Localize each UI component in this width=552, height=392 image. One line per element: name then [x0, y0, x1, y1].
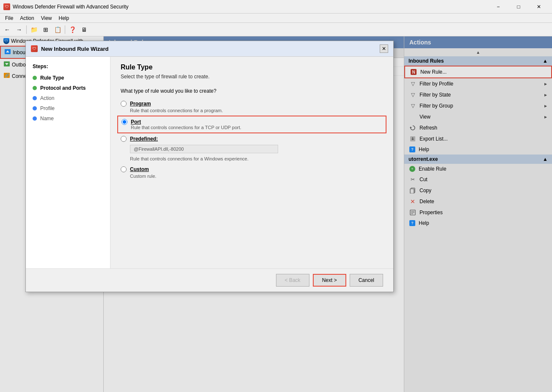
option-program-header: Program	[121, 101, 383, 107]
step-dot-1	[33, 76, 37, 80]
dialog-steps: Steps: Rule Type Protocol and Ports Acti…	[26, 57, 110, 268]
radio-predefined-label[interactable]: Predefined:	[130, 136, 158, 142]
menu-bar: File Action View Help	[0, 14, 552, 23]
option-custom: Custom Custom rule.	[121, 166, 383, 179]
toolbar-grid[interactable]: ⊞	[40, 24, 51, 35]
radio-group: Program Rule that controls connections f…	[121, 101, 383, 179]
dialog-title: New Inbound Rule Wizard	[41, 46, 376, 52]
step-rule-type-label: Rule Type	[40, 75, 64, 81]
option-predefined: Predefined: Rule that controls connectio…	[121, 136, 383, 161]
dialog-section-desc: Select the type of firewall rule to crea…	[121, 74, 383, 80]
radio-program-label[interactable]: Program	[130, 101, 151, 107]
radio-port-label[interactable]: Port	[131, 119, 141, 125]
predefined-input[interactable]	[130, 145, 278, 153]
menu-action[interactable]: Action	[17, 14, 37, 22]
step-dot-5	[33, 116, 37, 121]
close-button[interactable]: ✕	[529, 0, 549, 14]
toolbar-back[interactable]: ←	[2, 24, 13, 35]
menu-file[interactable]: File	[2, 14, 17, 22]
step-profile-label: Profile	[40, 105, 55, 111]
step-action-label: Action	[40, 95, 54, 101]
next-button[interactable]: Next >	[313, 274, 346, 287]
option-port: Port Rule that controls connections for …	[121, 118, 383, 131]
dialog-icon: 🛡	[31, 45, 38, 52]
step-dot-3	[33, 96, 37, 100]
window-title: Windows Defender Firewall with Advanced …	[13, 4, 489, 10]
menu-help[interactable]: Help	[55, 14, 73, 22]
dialog-title-bar: 🛡 New Inbound Rule Wizard ✕	[26, 41, 393, 57]
step-dot-4	[33, 106, 37, 110]
option-predefined-header: Predefined:	[121, 136, 383, 142]
dialog-new-rule: 🛡 New Inbound Rule Wizard ✕ Steps: Rule …	[25, 41, 394, 292]
toolbar-clipboard[interactable]: 📋	[52, 24, 63, 35]
steps-title: Steps:	[26, 62, 110, 73]
radio-custom-label[interactable]: Custom	[130, 166, 149, 172]
step-protocol-ports[interactable]: Protocol and Ports	[26, 83, 110, 93]
dialog-footer: < Back Next > Cancel	[26, 268, 393, 292]
toolbar-forward[interactable]: →	[14, 24, 25, 35]
step-action[interactable]: Action	[26, 93, 110, 103]
toolbar-help[interactable]: ❓	[67, 24, 78, 35]
step-profile[interactable]: Profile	[26, 103, 110, 113]
title-bar: 🛡 Windows Defender Firewall with Advance…	[0, 0, 552, 14]
dialog-close-button[interactable]: ✕	[380, 44, 388, 53]
app-icon: 🛡	[3, 3, 10, 10]
dialog-body: Steps: Rule Type Protocol and Ports Acti…	[26, 57, 393, 268]
dialog-question: What type of rule would you like to crea…	[121, 88, 383, 94]
radio-custom[interactable]	[121, 166, 127, 172]
option-port-header: Port	[121, 119, 382, 125]
radio-port[interactable]	[121, 119, 127, 125]
port-option-highlighted: Port Rule that controls connections for …	[117, 116, 386, 133]
option-custom-header: Custom	[121, 166, 383, 172]
radio-program-desc: Rule that controls connections for a pro…	[121, 108, 383, 113]
option-program: Program Rule that controls connections f…	[121, 101, 383, 113]
window-controls: − □ ✕	[489, 0, 549, 14]
dialog-section-title: Rule Type	[121, 63, 383, 71]
toolbar-monitor[interactable]: 🖥	[79, 24, 90, 35]
cancel-button[interactable]: Cancel	[350, 274, 383, 287]
step-protocol-ports-label: Protocol and Ports	[40, 85, 86, 91]
step-name[interactable]: Name	[26, 113, 110, 124]
radio-port-desc: Rule that controls connections for a TCP…	[121, 125, 382, 130]
toolbar-folder[interactable]: 📁	[28, 24, 39, 35]
restore-button[interactable]: □	[509, 0, 528, 14]
radio-custom-desc: Custom rule.	[121, 174, 383, 179]
step-rule-type[interactable]: Rule Type	[26, 73, 110, 83]
menu-view[interactable]: View	[38, 14, 55, 22]
toolbar: ← → 📁 ⊞ 📋 ❓ 🖥	[0, 23, 552, 36]
minimize-button[interactable]: −	[489, 0, 508, 14]
back-button[interactable]: < Back	[276, 274, 309, 287]
radio-program[interactable]	[121, 101, 127, 107]
step-dot-2	[33, 86, 37, 90]
toolbar-sep-1	[26, 25, 27, 34]
dialog-overlay: 🛡 New Inbound Rule Wizard ✕ Steps: Rule …	[0, 36, 552, 392]
radio-predefined[interactable]	[121, 136, 127, 142]
dialog-content: Rule Type Select the type of firewall ru…	[110, 57, 393, 268]
toolbar-sep-2	[65, 25, 65, 34]
step-name-label: Name	[40, 116, 54, 121]
radio-predefined-desc: Rule that controls connections for a Win…	[121, 156, 383, 161]
